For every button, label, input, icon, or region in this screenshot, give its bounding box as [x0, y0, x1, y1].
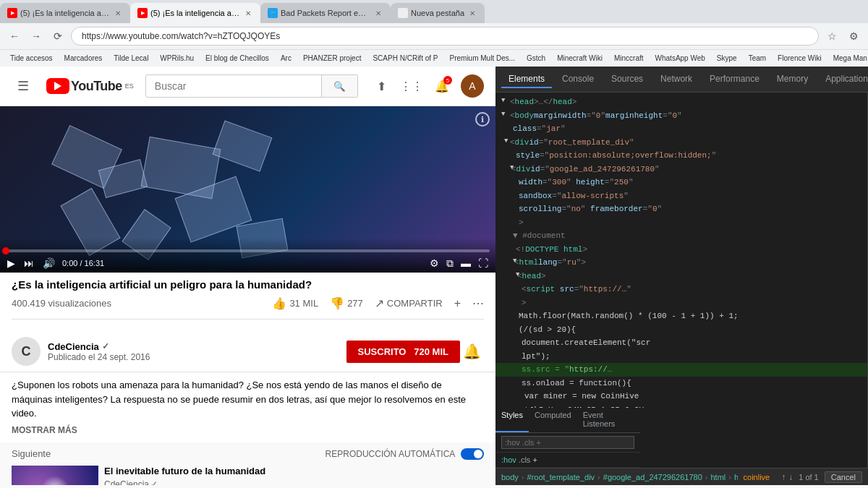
- expand-1[interactable]: ▼: [501, 96, 509, 106]
- show-more-button[interactable]: MOSTRAR MÁS: [12, 424, 484, 437]
- style-tab-computed[interactable]: Computed: [529, 408, 577, 432]
- video-title: ¿Es la inteligencia artificial un peligr…: [12, 278, 484, 291]
- bookmark-skype[interactable]: Skype: [712, 53, 741, 64]
- bookmark-phanzer[interactable]: PHANZER project: [299, 53, 366, 64]
- user-avatar[interactable]: A: [461, 74, 484, 98]
- volume-button[interactable]: 🔊: [41, 257, 56, 270]
- fullscreen-button[interactable]: ⛶: [477, 257, 490, 270]
- forward-button[interactable]: →: [27, 27, 45, 45]
- bookmark-gstch[interactable]: Gstch: [522, 53, 550, 64]
- notification-bell-button[interactable]: 🔔: [460, 340, 484, 363]
- address-input[interactable]: [71, 27, 819, 46]
- dt-tab-memory[interactable]: Memory: [770, 71, 815, 88]
- pager-next[interactable]: ↓: [788, 472, 793, 482]
- expand-13[interactable]: ▼: [501, 257, 513, 267]
- youtube-logo[interactable]: YouTube ES: [46, 78, 134, 94]
- bookmark-wprils[interactable]: WPRils.hu: [156, 53, 198, 64]
- bookmark-marcadores[interactable]: Marcadores: [60, 53, 107, 64]
- tab-4-close[interactable]: ✕: [467, 8, 477, 18]
- notification-badge: 5: [443, 76, 452, 85]
- style-tab-events[interactable]: Event Listeners: [577, 408, 640, 432]
- tab-4[interactable]: Nueva pestaña ✕: [391, 3, 485, 23]
- refresh-button[interactable]: ⟳: [49, 27, 67, 45]
- notification-icon[interactable]: 🔔 5: [430, 74, 454, 98]
- like-button[interactable]: 👍 31 MIL: [272, 294, 318, 313]
- style-filter-input[interactable]: [501, 436, 634, 449]
- dt-tab-performance[interactable]: Performance: [702, 71, 767, 88]
- dt-tab-console[interactable]: Console: [555, 71, 601, 88]
- video-info-icon[interactable]: ℹ: [475, 112, 490, 127]
- share-button[interactable]: ↗ COMPARTIR: [375, 294, 443, 313]
- bookmark-blog[interactable]: El blog de Checillos: [201, 53, 273, 64]
- expand-2[interactable]: ▼: [501, 110, 509, 120]
- code-line-11: ▼ #document: [495, 229, 867, 243]
- dt-tab-sources[interactable]: Sources: [604, 71, 650, 88]
- search-button[interactable]: 🔍: [321, 75, 357, 97]
- settings-button[interactable]: ⚙: [428, 257, 441, 270]
- cancel-button[interactable]: Cancel: [825, 471, 862, 483]
- channel-name-row: CdeCiencia ✓: [48, 341, 346, 352]
- tab-3-close[interactable]: ✕: [373, 8, 383, 18]
- play-button[interactable]: ▶: [6, 257, 17, 270]
- theater-button[interactable]: ▬: [459, 257, 472, 270]
- bookmark-minccraft[interactable]: Minccraft: [610, 53, 648, 64]
- breadcrumb-google-ad[interactable]: #google_ad_247296261780: [603, 473, 702, 481]
- bookmark-mega[interactable]: Mega Man Astron: [829, 53, 868, 64]
- devtools-code-area[interactable]: ▼ <head>…</head> ▼ <body marginwidth="0"…: [495, 93, 867, 408]
- breadcrumb-head[interactable]: head: [734, 473, 738, 481]
- expand-4[interactable]: ▼: [501, 137, 509, 147]
- save-button[interactable]: +: [454, 294, 461, 313]
- miniplayer-button[interactable]: ⧉: [445, 257, 455, 270]
- back-button[interactable]: ←: [6, 27, 23, 45]
- progress-bar[interactable]: [6, 249, 490, 252]
- code-line-15: <script src="https://…": [495, 283, 867, 296]
- bookmark-arc[interactable]: Arc: [276, 53, 296, 64]
- rec-info-1: El inevitable futuro de la humanidad Cde…: [104, 466, 484, 485]
- dt-tab-elements[interactable]: Elements: [501, 71, 552, 88]
- bookmark-tide[interactable]: Tide accesos: [6, 53, 57, 64]
- thumbs-down-icon: 👎: [330, 296, 344, 310]
- dislike-button[interactable]: 👎 277: [330, 294, 363, 313]
- autoplay-toggle[interactable]: [461, 448, 484, 460]
- channel-avatar[interactable]: C: [12, 337, 41, 366]
- tab-2[interactable]: ▶ (5) ¡Es la inteligencia ar... ✕: [130, 3, 260, 23]
- bookmark-team[interactable]: Team: [744, 53, 770, 64]
- tab-1[interactable]: ▶ (5) ¡Es la inteligencia ar... ✕: [0, 3, 130, 23]
- code-line-19: document.createElement("scr: [495, 336, 867, 350]
- bookmark-florence[interactable]: Florence Wiki: [773, 53, 826, 64]
- expand-6[interactable]: ▼: [501, 163, 510, 174]
- subscribe-button[interactable]: SUSCRITO 720 MIL: [346, 341, 460, 363]
- apps-icon[interactable]: ⋮⋮: [400, 74, 423, 98]
- youtube-header: ☰ YouTube ES 🔍 ⬆ ⋮⋮ 🔔 5 A: [0, 67, 495, 106]
- bookmark-scaph[interactable]: SCAPH N/CRift of P: [368, 53, 442, 64]
- video-player[interactable]: ℹ ▶ ⏭ 🔊 0:00 / 16:31: [0, 106, 495, 273]
- bookmark-tilde[interactable]: Tilde Lecal: [109, 53, 153, 64]
- more-button[interactable]: ⋯: [472, 294, 484, 313]
- style-tab-styles[interactable]: Styles: [495, 408, 529, 432]
- bookmark-premium[interactable]: Premium Mult Des...: [445, 53, 519, 64]
- tab-3[interactable]: 🐦 Bad Packets Report en T... ✕: [260, 3, 391, 23]
- bookmark-whatsapp[interactable]: WhatsApp Web: [651, 53, 710, 64]
- next-button[interactable]: ⏭: [22, 257, 35, 270]
- search-input[interactable]: [146, 75, 321, 97]
- expand-14[interactable]: ▼: [501, 270, 516, 281]
- dt-tab-application[interactable]: Application: [818, 71, 868, 88]
- time-display: 0:00 / 16:31: [62, 259, 422, 267]
- bookmark-mincraft-wiki[interactable]: Minecraft Wiki: [553, 53, 607, 64]
- subscribe-label: SUSCRITO: [358, 346, 407, 357]
- extensions-button[interactable]: ⚙: [845, 27, 862, 45]
- menu-icon[interactable]: ☰: [12, 72, 35, 100]
- video-stats: 400.419 visualizaciones 👍 31 MIL 👎 277: [12, 294, 484, 320]
- bookmark-button[interactable]: ☆: [823, 27, 841, 45]
- breadcrumb-html[interactable]: html: [710, 473, 726, 481]
- rec-video-1[interactable]: 18:01 El inevitable futuro de la humanid…: [12, 466, 484, 485]
- tab-2-close[interactable]: ✕: [243, 8, 253, 18]
- channel-name[interactable]: CdeCiencia: [48, 341, 99, 352]
- dt-tab-network[interactable]: Network: [653, 71, 699, 88]
- breadcrumb-root[interactable]: #root_template_div: [527, 473, 595, 481]
- breadcrumb-body[interactable]: body: [501, 473, 519, 481]
- tab-1-close[interactable]: ✕: [113, 8, 123, 18]
- tab-1-title: (5) ¡Es la inteligencia ar...: [20, 9, 110, 17]
- pager-prev[interactable]: ↑: [781, 472, 786, 482]
- upload-icon[interactable]: ⬆: [370, 74, 393, 98]
